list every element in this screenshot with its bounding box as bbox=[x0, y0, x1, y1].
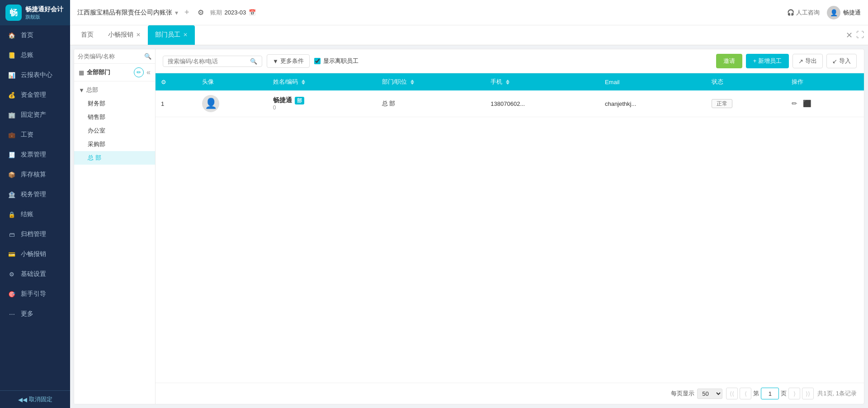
sidebar-item-archive[interactable]: 🗃 归档管理 bbox=[0, 224, 70, 244]
sidebar-item-guide[interactable]: 🎯 新手引导 bbox=[0, 284, 70, 304]
emp-search-input[interactable] bbox=[168, 58, 247, 65]
calendar-icon[interactable]: 📅 bbox=[249, 9, 256, 16]
sidebar-pin-toggle[interactable]: ◀◀ 取消固定 bbox=[0, 390, 70, 408]
sort-name-icon bbox=[302, 80, 305, 85]
sidebar-item-funds[interactable]: 💰 资金管理 bbox=[0, 85, 70, 105]
company-name[interactable]: 江西服宝精品有限责任公司内账张 ▾ bbox=[77, 9, 178, 17]
sidebar-logo: 畅 畅捷通好会计 旗舰版 bbox=[0, 0, 70, 25]
col-status: 状态 bbox=[706, 73, 786, 90]
tab-close-all-icon[interactable]: ✕ bbox=[846, 30, 853, 40]
sidebar-item-salary[interactable]: 💼 工资 bbox=[0, 125, 70, 145]
sidebar-label-assets: 固定资产 bbox=[21, 111, 46, 119]
tree-root-label: 全部部门 bbox=[87, 68, 131, 76]
filter-icon: ▼ bbox=[273, 58, 278, 65]
col-phone[interactable]: 手机 bbox=[485, 73, 599, 90]
user-menu[interactable]: 👤 畅捷通 bbox=[827, 6, 861, 19]
export-icon: ↗ bbox=[798, 58, 803, 65]
col-name[interactable]: 姓名/编码 bbox=[268, 73, 377, 90]
logo-text-group: 畅捷通好会计 旗舰版 bbox=[25, 5, 63, 20]
sidebar-item-ledger[interactable]: 📒 总账 bbox=[0, 45, 70, 65]
cell-phone: 138070602... bbox=[485, 90, 599, 117]
company-dropdown-arrow: ▾ bbox=[175, 9, 178, 16]
tree-body: ▼ 总部 财务部 销售部 办公室 采购部 总 部 bbox=[74, 81, 155, 404]
tabbar-controls: ✕ ⛶ bbox=[846, 25, 864, 45]
per-page-select[interactable]: 50 10 20 100 bbox=[697, 389, 722, 399]
col-avatar: 头像 bbox=[197, 73, 268, 90]
sidebar-label-guide: 新手引导 bbox=[21, 290, 46, 298]
page-label-ye: 页 bbox=[781, 389, 787, 398]
funds-icon: 💰 bbox=[7, 90, 16, 100]
show-resigned-checkbox[interactable] bbox=[314, 58, 321, 64]
sidebar-item-base[interactable]: ⚙ 基础设置 bbox=[0, 264, 70, 284]
expense-icon: 💳 bbox=[7, 250, 16, 259]
tree-node-finance[interactable]: 财务部 bbox=[74, 97, 155, 110]
current-page-input[interactable] bbox=[761, 388, 779, 399]
right-panel: 🔍 ▼ 更多条件 显示离职员工 邀请 + 新增员工 ↗ 导出 bbox=[156, 49, 864, 404]
cell-index: 1 bbox=[156, 90, 197, 117]
tree-search-box[interactable]: 🔍 bbox=[74, 49, 155, 64]
last-page-button[interactable]: ⟩⟩ bbox=[802, 388, 814, 399]
emp-search-box[interactable]: 🔍 bbox=[163, 56, 262, 67]
employee-name: 畅捷通 部 bbox=[273, 96, 371, 104]
expand-arrow: ▼ bbox=[79, 87, 85, 94]
show-resigned-toggle[interactable]: 显示离职员工 bbox=[314, 57, 359, 65]
topbar-right: 🎧 人工咨询 👤 畅捷通 bbox=[787, 6, 861, 19]
add-employee-button[interactable]: + 新增员工 bbox=[746, 54, 789, 68]
tree-header: ▦ 全部部门 ✏ « bbox=[74, 64, 155, 81]
sidebar-item-tax[interactable]: 🏦 税务管理 bbox=[0, 185, 70, 204]
edit-icon[interactable]: ✏ bbox=[792, 100, 797, 108]
export-button[interactable]: ↗ 导出 bbox=[793, 54, 823, 68]
tab-expense-close[interactable]: ✕ bbox=[136, 32, 141, 38]
support-label: 人工咨询 bbox=[796, 9, 820, 17]
sidebar-item-more[interactable]: ⋯ 更多 bbox=[0, 304, 70, 324]
sidebar-label-more: 更多 bbox=[21, 310, 33, 318]
sidebar-item-assets[interactable]: 🏢 固定资产 bbox=[0, 105, 70, 125]
filter-button[interactable]: ▼ 更多条件 bbox=[267, 54, 310, 68]
emp-search-icon[interactable]: 🔍 bbox=[250, 58, 257, 65]
first-page-button[interactable]: ⟨⟨ bbox=[726, 388, 738, 399]
tab-home[interactable]: 首页 bbox=[74, 25, 101, 45]
tree-collapse-icon[interactable]: « bbox=[146, 68, 151, 76]
sidebar-label-invoice: 发票管理 bbox=[21, 151, 46, 159]
col-settings[interactable]: ⚙ bbox=[156, 73, 197, 90]
add-account-button[interactable]: + bbox=[183, 8, 191, 17]
prev-page-button[interactable]: ⟨ bbox=[740, 388, 751, 399]
import-button[interactable]: ↙ 导入 bbox=[826, 54, 857, 68]
invite-button[interactable]: 邀请 bbox=[716, 54, 742, 68]
col-dept[interactable]: 部门/职位 bbox=[377, 73, 486, 90]
sidebar-item-invoice[interactable]: 🧾 发票管理 bbox=[0, 145, 70, 165]
tab-maximize-icon[interactable]: ⛶ bbox=[856, 30, 864, 40]
settings-button[interactable]: ⚙ bbox=[196, 8, 206, 17]
support-button[interactable]: 🎧 人工咨询 bbox=[787, 9, 820, 17]
tab-employees[interactable]: 部门员工 ✕ bbox=[148, 25, 195, 45]
cell-email: chanjethkj... bbox=[599, 90, 706, 117]
tab-employees-close[interactable]: ✕ bbox=[183, 32, 188, 38]
tree-node-sales[interactable]: 销售部 bbox=[74, 110, 155, 124]
employee-table-wrapper: ⚙ 头像 姓名/编码 部门/职位 bbox=[156, 73, 864, 383]
tree-edit-button[interactable]: ✏ bbox=[134, 67, 144, 77]
sidebar-item-home[interactable]: 🏠 首页 bbox=[0, 25, 70, 45]
sort-dept-icon bbox=[410, 80, 414, 85]
grid-icon: ▦ bbox=[79, 69, 84, 76]
user-avatar: 👤 bbox=[827, 6, 840, 19]
sidebar-item-expense[interactable]: 💳 小畅报销 bbox=[0, 244, 70, 264]
reports-icon: 📊 bbox=[7, 71, 16, 80]
logout-icon[interactable]: ⬛ bbox=[803, 100, 811, 108]
tree-node-general[interactable]: 总 部 bbox=[74, 151, 155, 165]
next-page-button[interactable]: ⟩ bbox=[788, 388, 800, 399]
tree-search-input[interactable] bbox=[78, 53, 144, 60]
base-icon: ⚙ bbox=[7, 270, 16, 279]
tree-node-office[interactable]: 办公室 bbox=[74, 124, 155, 138]
tree-node-purchase[interactable]: 采购部 bbox=[74, 138, 155, 151]
sidebar-item-reports[interactable]: 📊 云报表中心 bbox=[0, 65, 70, 85]
cell-dept: 总 部 bbox=[377, 90, 486, 117]
tree-node-zongbu-header[interactable]: ▼ 总部 bbox=[74, 83, 155, 97]
tab-expense[interactable]: 小畅报销 ✕ bbox=[101, 25, 148, 45]
sidebar-item-closing[interactable]: 🔒 结账 bbox=[0, 204, 70, 224]
status-badge: 正常 bbox=[712, 99, 732, 108]
tab-employees-label: 部门员工 bbox=[155, 31, 180, 39]
sidebar-label-expense: 小畅报销 bbox=[21, 250, 46, 258]
tree-search-icon[interactable]: 🔍 bbox=[144, 53, 151, 60]
period-value[interactable]: 2023-03 bbox=[225, 9, 246, 16]
sidebar-item-inventory[interactable]: 📦 库存核算 bbox=[0, 165, 70, 185]
